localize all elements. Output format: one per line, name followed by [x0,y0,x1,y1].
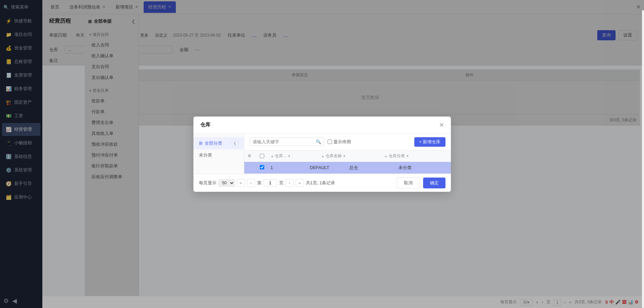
row-category-val: 未分类 [398,165,448,171]
prev-page-btn[interactable]: ‹ [247,179,255,187]
tree-all-label: 全部分类 [205,140,222,146]
per-page-select[interactable]: 50 [219,179,235,187]
modal-table: ⚙ ▲ 仓库... ▼ ▲ 仓库名称 ▼ [244,150,451,174]
col-name-header: ▲ 仓库名称 ▼ [321,153,384,159]
modal-right: 🔍 显示停用 + 新增仓库 ⚙ [244,134,451,174]
col-cat-sort-up: ▲ [384,154,388,158]
row-check [260,165,271,170]
first-page-btn[interactable]: « [237,179,245,187]
sort-down-icon: ▼ [287,154,291,158]
cancel-button[interactable]: 取消 [397,178,420,188]
page-input[interactable] [264,179,277,186]
tree-uncategorized-label: 未分类 [199,152,212,158]
col-name-label: 仓库名称 [326,153,342,159]
col-name-sort-up: ▲ [321,154,325,158]
pagination: 每页显示 50 « ‹ 第 页 › » 共1页, 1条记录 [199,179,335,187]
search-box: 🔍 [250,138,324,146]
row-name-val: 总仓 [349,165,398,171]
confirm-button[interactable]: 确定 [423,178,445,188]
page-label-prefix: 第 [257,180,262,186]
modal-tree: ⊞ 全部分类 ❮ 未分类 [193,134,244,174]
show-disabled-label: 显示停用 [333,139,351,145]
add-warehouse-button[interactable]: + 新增仓库 [414,137,445,147]
col-cat-sort-down: ▼ [406,154,409,158]
show-disabled-input[interactable] [328,140,332,144]
modal-overlay: 仓库 ✕ ⊞ 全部分类 ❮ 未分类 [0,0,644,308]
modal-select-all[interactable] [260,154,264,158]
modal-close-button[interactable]: ✕ [439,121,444,129]
modal-footer: 每页显示 50 « ‹ 第 页 › » 共1页, 1条记录 取消 确定 [193,174,451,192]
show-disabled-checkbox[interactable]: 显示停用 [328,139,351,145]
warehouse-modal: 仓库 ✕ ⊞ 全部分类 ❮ 未分类 [193,117,451,192]
modal-action-buttons: 取消 确定 [397,178,445,188]
modal-title: 仓库 [200,122,210,128]
next-page-btn[interactable]: › [286,179,294,187]
tree-item-all[interactable]: ⊞ 全部分类 ❮ [193,137,244,149]
modal-header: 仓库 ✕ [193,117,451,134]
per-page-label: 每页显示 [199,180,216,186]
total-record-label: 共1页, 1条记录 [306,180,335,186]
col-name-sort-down: ▼ [343,154,346,158]
col-code-header: ▲ 仓库... ▼ [271,153,321,159]
tree-collapse-btn[interactable]: ❮ [232,140,238,147]
search-icon: 🔍 [316,139,321,144]
tree-grid-icon: ⊞ [199,141,203,146]
last-page-btn[interactable]: » [296,179,304,187]
tree-item-uncategorized[interactable]: 未分类 [193,149,244,161]
row-checkbox[interactable] [260,165,264,169]
table-col-settings-icon[interactable]: ⚙ [248,153,251,158]
page-label-suffix: 页 [279,180,284,186]
modal-toolbar: 🔍 显示停用 + 新增仓库 [244,134,451,150]
col-category-header: ▲ 仓库分类 ▼ [384,153,447,159]
table-row[interactable]: 1 DEFAULT 总仓 未分类 [244,162,451,174]
col-category-label: 仓库分类 [389,153,405,159]
col-code-label: 仓库... [275,153,286,159]
col-settings: ⚙ [248,153,260,158]
row-code-val: DEFAULT [310,165,349,170]
search-input[interactable] [253,139,314,144]
modal-table-header: ⚙ ▲ 仓库... ▼ ▲ 仓库名称 ▼ [244,150,451,162]
modal-body: ⊞ 全部分类 ❮ 未分类 🔍 [193,134,451,174]
sort-up-icon: ▲ [271,154,274,158]
row-code: 1 [271,165,310,170]
col-check-header [260,154,271,158]
